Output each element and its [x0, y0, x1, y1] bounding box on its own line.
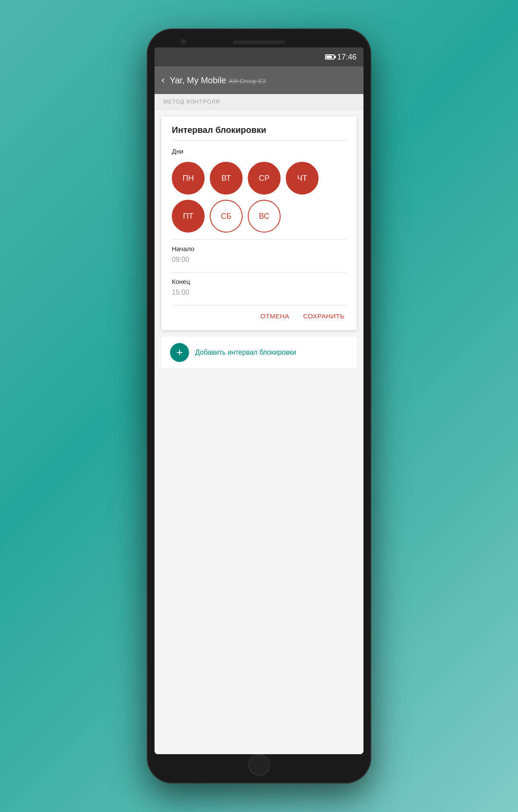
day-label-sr: СР [259, 174, 269, 183]
day-button-sb[interactable]: СБ [210, 200, 243, 233]
day-label-cht: ЧТ [297, 174, 307, 183]
status-bar: 17:46 [155, 47, 363, 66]
plus-icon: + [176, 346, 183, 358]
start-time-section: Начало 09:00 [161, 240, 357, 272]
day-button-pn[interactable]: ПН [172, 162, 205, 195]
day-label-sb: СБ [221, 212, 232, 221]
status-right: 17:46 [325, 53, 357, 62]
home-button[interactable] [248, 754, 270, 776]
battery-icon [325, 54, 335, 60]
title-text: Yar, My Mobile [170, 76, 226, 85]
section-label: МЕТОД КОНТРОЛЯ [163, 98, 220, 105]
day-button-cht[interactable]: ЧТ [286, 162, 319, 195]
day-label-vt: ВТ [221, 174, 231, 183]
status-time: 17:46 [337, 53, 357, 62]
toolbar-subtitle: AM-Group E3 [229, 78, 266, 85]
day-button-sr[interactable]: СР [248, 162, 281, 195]
phone-camera [180, 39, 186, 45]
add-interval-label: Добавить интервал блокировки [195, 349, 296, 356]
phone-frame: 17:46 ‹ Yar, My Mobile AM-Group E3 МЕТОД… [147, 28, 371, 784]
end-time-section: Конец 15:00 [161, 273, 357, 305]
save-button[interactable]: СОХРАНИТЬ [298, 309, 350, 323]
day-label-pt: ПТ [183, 212, 193, 221]
dialog-title: Интервал блокировки [161, 116, 357, 140]
screen-content: Интервал блокировки Дни ПН ВТ СР [155, 110, 363, 754]
phone-speaker [233, 41, 285, 44]
section-header: МЕТОД КОНТРОЛЯ [155, 94, 363, 110]
add-interval-bar[interactable]: + Добавить интервал блокировки [161, 337, 357, 368]
toolbar-title: Yar, My Mobile AM-Group E3 [170, 76, 357, 85]
day-button-vt[interactable]: ВТ [210, 162, 243, 195]
day-label-pn: ПН [183, 174, 194, 183]
phone-bottom-bar [155, 754, 363, 776]
day-button-pt[interactable]: ПТ [172, 200, 205, 233]
phone-screen: 17:46 ‹ Yar, My Mobile AM-Group E3 МЕТОД… [155, 47, 363, 754]
start-label: Начало [172, 245, 346, 252]
day-label-vs: ВС [259, 212, 269, 221]
days-section: Дни ПН ВТ СР ЧТ [161, 141, 357, 239]
days-grid: ПН ВТ СР ЧТ ПТ [172, 162, 346, 233]
dialog-card: Интервал блокировки Дни ПН ВТ СР [161, 116, 357, 330]
day-button-vs[interactable]: ВС [248, 200, 281, 233]
phone-top [155, 36, 363, 47]
start-time-value[interactable]: 09:00 [172, 254, 346, 269]
back-button[interactable]: ‹ [161, 75, 164, 86]
app-toolbar: ‹ Yar, My Mobile AM-Group E3 [155, 66, 363, 94]
dialog-actions: ОТМЕНА СОХРАНИТЬ [161, 305, 357, 330]
end-label: Конец [172, 278, 346, 285]
end-time-value[interactable]: 15:00 [172, 287, 346, 302]
cancel-button[interactable]: ОТМЕНА [255, 309, 294, 323]
days-label: Дни [172, 148, 346, 155]
add-icon-circle: + [170, 343, 189, 362]
